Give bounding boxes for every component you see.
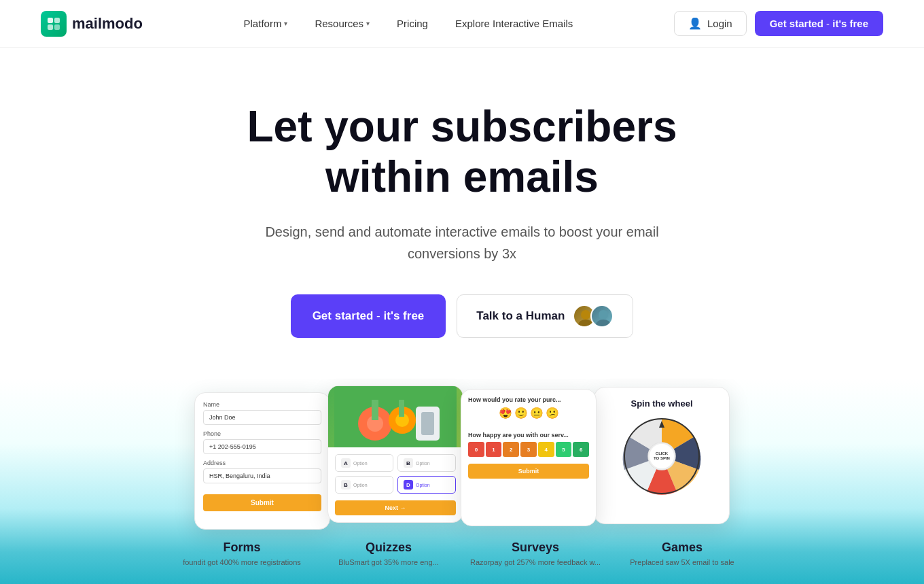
svg-rect-2 [48, 24, 53, 30]
quizzes-card: A Option B Option B Option D Option [327, 385, 463, 523]
svg-rect-3 [54, 24, 60, 30]
quizzes-desc: BluSmart got 35% more eng... [321, 557, 457, 568]
survey-submit-button[interactable]: Submit [468, 464, 589, 479]
avatar-group [573, 305, 614, 328]
phone-input[interactable] [203, 439, 321, 454]
svg-point-6 [599, 310, 608, 320]
hero-subtitle: Design, send and automate interactive em… [258, 221, 666, 264]
email-cards-row: Name Phone Address Submit [154, 392, 770, 530]
cards-section: Name Phone Address Submit [0, 379, 924, 584]
surveys-card: How would you rate your purc... 😍 🙂 😐 😕 … [461, 389, 597, 526]
nav-links: Platform ▾ Resources ▾ Pricing Explore I… [233, 12, 584, 35]
quizzes-title: Quizzes [321, 540, 457, 555]
nps-scale: 0 1 2 3 4 5 6 [461, 442, 596, 464]
games-card: Spin the wheel [594, 387, 730, 524]
nav-cta-button[interactable]: Get started - it's free [755, 11, 883, 36]
forms-card: Name Phone Address Submit [194, 392, 330, 530]
quiz-option-d[interactable]: D Option [397, 476, 456, 494]
svg-rect-11 [372, 400, 378, 420]
login-button[interactable]: 👤 Login [674, 11, 747, 36]
survey-question-1: How would you rate your purc... [461, 390, 596, 407]
navbar: mailmodo Platform ▾ Resources ▾ Pricing … [0, 0, 924, 48]
nav-pricing[interactable]: Pricing [386, 12, 439, 35]
chevron-down-icon: ▾ [366, 20, 370, 27]
form-submit-button[interactable]: Submit [203, 494, 321, 511]
games-title: Games [614, 540, 750, 555]
quiz-image [328, 386, 463, 447]
survey-question-2: How happy are you with our serv... [461, 425, 596, 442]
svg-rect-16 [421, 412, 434, 435]
games-desc: Preplaced saw 5X email to sale [614, 557, 750, 568]
nav-resources[interactable]: Resources ▾ [304, 12, 380, 35]
logo[interactable]: mailmodo [41, 11, 143, 37]
quiz-option-c[interactable]: B Option [335, 476, 393, 494]
nav-interactive-emails[interactable]: Explore Interactive Emails [444, 12, 584, 35]
hero-buttons: Get started - it's free Talk to a Human [14, 294, 910, 338]
spin-click-button[interactable]: CLICKTO SPIN [648, 443, 675, 470]
surveys-desc: Razorpay got 257% more feedback w... [467, 557, 603, 568]
nav-actions: 👤 Login Get started - it's free [674, 11, 883, 36]
address-input[interactable] [203, 468, 321, 483]
quiz-next-button[interactable]: Next → [335, 500, 456, 515]
nav-platform[interactable]: Platform ▾ [233, 12, 299, 35]
forms-label: Forms foundit got 400% more registration… [174, 540, 310, 568]
form-field-name: Name [203, 401, 321, 425]
svg-rect-1 [54, 18, 60, 23]
form-field-phone: Phone [203, 430, 321, 454]
avatar [590, 305, 614, 328]
surveys-title: Surveys [467, 540, 603, 555]
person-icon: 👤 [688, 17, 702, 30]
hero-section: Let your subscribers within emails Desig… [0, 48, 924, 379]
hero-cta-button[interactable]: Get started - it's free [291, 294, 446, 338]
talk-human-button[interactable]: Talk to a Human [457, 294, 633, 338]
spin-wheel: CLICKTO SPIN [621, 415, 703, 497]
surveys-label: Surveys Razorpay got 257% more feedback … [467, 540, 603, 568]
form-field-address: Address [203, 460, 321, 483]
name-input[interactable] [203, 410, 321, 425]
chevron-down-icon: ▾ [284, 20, 287, 27]
svg-rect-14 [399, 400, 404, 417]
svg-point-7 [596, 320, 611, 328]
quiz-option-b[interactable]: B Option [397, 454, 456, 472]
quizzes-label: Quizzes BluSmart got 35% more eng... [321, 540, 457, 568]
logo-text: mailmodo [72, 15, 143, 33]
card-labels-row: Forms foundit got 400% more registration… [133, 530, 791, 568]
hero-title: Let your subscribers within emails [156, 102, 768, 202]
svg-point-4 [581, 310, 590, 320]
quiz-options: A Option B Option B Option D Option [328, 447, 463, 500]
svg-rect-0 [48, 18, 53, 23]
forms-desc: foundit got 400% more registrations [174, 557, 310, 568]
logo-icon [41, 11, 67, 37]
forms-title: Forms [174, 540, 310, 555]
rating-emojis: 😍 🙂 😐 😕 [461, 407, 596, 425]
games-label: Games Preplaced saw 5X email to sale [614, 540, 750, 568]
spin-wheel-title: Spin the wheel [603, 398, 721, 409]
quiz-option-a[interactable]: A Option [335, 454, 393, 472]
